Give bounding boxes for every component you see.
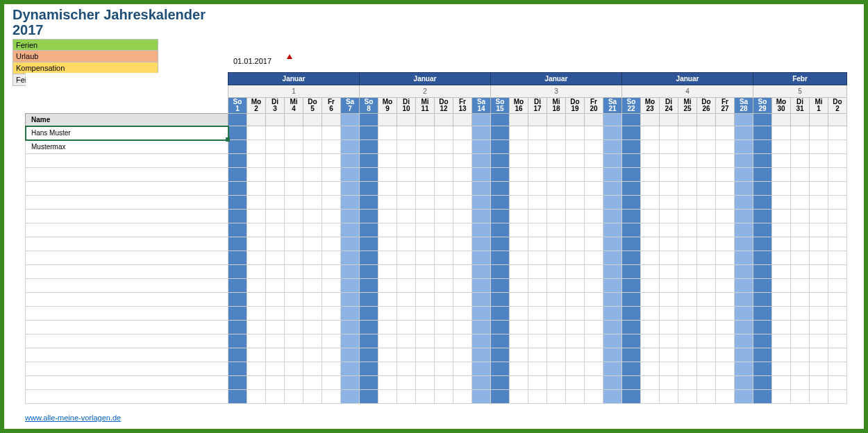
calendar-cell[interactable]: [435, 265, 453, 279]
calendar-cell[interactable]: [378, 126, 397, 140]
calendar-cell[interactable]: [585, 376, 603, 390]
calendar-cell[interactable]: [547, 307, 566, 321]
calendar-cell[interactable]: [416, 321, 435, 334]
calendar-cell[interactable]: [228, 321, 247, 334]
calendar-cell[interactable]: [435, 334, 453, 348]
calendar-cell[interactable]: [322, 390, 341, 404]
calendar-cell[interactable]: [641, 362, 660, 376]
calendar-cell[interactable]: [641, 334, 660, 348]
calendar-cell[interactable]: [810, 348, 828, 362]
calendar-cell[interactable]: [828, 196, 847, 210]
calendar-cell[interactable]: [247, 390, 266, 404]
calendar-cell[interactable]: [716, 237, 735, 251]
calendar-cell[interactable]: [285, 223, 303, 237]
calendar-cell[interactable]: [678, 376, 697, 390]
calendar-cell[interactable]: [360, 237, 378, 251]
calendar-cell[interactable]: [772, 348, 791, 362]
calendar-cell[interactable]: [753, 321, 772, 334]
calendar-cell[interactable]: [641, 321, 660, 334]
calendar-cell[interactable]: [453, 251, 472, 265]
calendar-cell[interactable]: [341, 362, 360, 376]
calendar-cell[interactable]: [678, 265, 697, 279]
calendar-cell[interactable]: [566, 251, 585, 265]
calendar-cell[interactable]: [772, 251, 791, 265]
calendar-cell[interactable]: [341, 307, 360, 321]
calendar-cell[interactable]: [603, 265, 622, 279]
calendar-cell[interactable]: [360, 251, 378, 265]
calendar-cell[interactable]: [472, 362, 491, 376]
calendar-cell[interactable]: [622, 251, 641, 265]
calendar-cell[interactable]: [735, 279, 753, 293]
calendar-cell[interactable]: [247, 348, 266, 362]
calendar-cell[interactable]: [716, 265, 735, 279]
calendar-cell[interactable]: [378, 251, 397, 265]
calendar-cell[interactable]: [491, 168, 510, 182]
calendar-cell[interactable]: [678, 348, 697, 362]
calendar-cell[interactable]: [491, 348, 510, 362]
calendar-cell[interactable]: [322, 182, 341, 196]
calendar-cell[interactable]: [303, 196, 322, 210]
calendar-cell[interactable]: [772, 126, 791, 140]
calendar-cell[interactable]: [810, 279, 828, 293]
calendar-cell[interactable]: [547, 251, 566, 265]
calendar-cell[interactable]: [697, 348, 716, 362]
calendar-cell[interactable]: [528, 126, 547, 140]
calendar-cell[interactable]: [753, 265, 772, 279]
calendar-cell[interactable]: [641, 140, 660, 154]
calendar-cell[interactable]: [341, 196, 360, 210]
calendar-cell[interactable]: [510, 321, 528, 334]
empty-name-cell[interactable]: [26, 223, 228, 237]
calendar-cell[interactable]: [528, 390, 547, 404]
calendar-cell[interactable]: [528, 348, 547, 362]
calendar-cell[interactable]: [247, 154, 266, 168]
calendar-cell[interactable]: [285, 321, 303, 334]
calendar-cell[interactable]: [828, 390, 847, 404]
calendar-cell[interactable]: [510, 307, 528, 321]
calendar-cell[interactable]: [435, 237, 453, 251]
calendar-cell[interactable]: [735, 321, 753, 334]
calendar-cell[interactable]: [397, 321, 416, 334]
calendar-cell[interactable]: [416, 237, 435, 251]
calendar-cell[interactable]: [547, 265, 566, 279]
calendar-cell[interactable]: [585, 334, 603, 348]
calendar-cell[interactable]: [322, 210, 341, 223]
calendar-cell[interactable]: [472, 210, 491, 223]
calendar-cell[interactable]: [753, 237, 772, 251]
calendar-cell[interactable]: [528, 182, 547, 196]
calendar-cell[interactable]: [660, 376, 678, 390]
calendar-cell[interactable]: [753, 279, 772, 293]
calendar-cell[interactable]: [528, 376, 547, 390]
calendar-cell[interactable]: [566, 223, 585, 237]
calendar-cell[interactable]: [378, 293, 397, 307]
calendar-cell[interactable]: [735, 390, 753, 404]
calendar-cell[interactable]: [791, 168, 810, 182]
calendar-cell[interactable]: [360, 154, 378, 168]
calendar-cell[interactable]: [678, 390, 697, 404]
calendar-cell[interactable]: [828, 126, 847, 140]
calendar-cell[interactable]: [378, 334, 397, 348]
calendar-cell[interactable]: [622, 196, 641, 210]
calendar-cell[interactable]: [416, 265, 435, 279]
calendar-cell[interactable]: [660, 334, 678, 348]
calendar-cell[interactable]: [510, 293, 528, 307]
calendar-cell[interactable]: [810, 307, 828, 321]
calendar-cell[interactable]: [641, 293, 660, 307]
calendar-cell[interactable]: [285, 265, 303, 279]
calendar-cell[interactable]: [753, 376, 772, 390]
calendar-cell[interactable]: [566, 307, 585, 321]
calendar-cell[interactable]: [810, 265, 828, 279]
calendar-cell[interactable]: [528, 196, 547, 210]
calendar-cell[interactable]: [791, 182, 810, 196]
calendar-cell[interactable]: [791, 321, 810, 334]
calendar-cell[interactable]: [566, 237, 585, 251]
calendar-cell[interactable]: [491, 334, 510, 348]
calendar-cell[interactable]: [603, 126, 622, 140]
calendar-cell[interactable]: [810, 223, 828, 237]
calendar-cell[interactable]: [416, 154, 435, 168]
calendar-cell[interactable]: [660, 293, 678, 307]
calendar-cell[interactable]: [660, 237, 678, 251]
calendar-cell[interactable]: [528, 307, 547, 321]
calendar-cell[interactable]: [678, 293, 697, 307]
calendar-cell[interactable]: [828, 251, 847, 265]
calendar-cell[interactable]: [810, 168, 828, 182]
